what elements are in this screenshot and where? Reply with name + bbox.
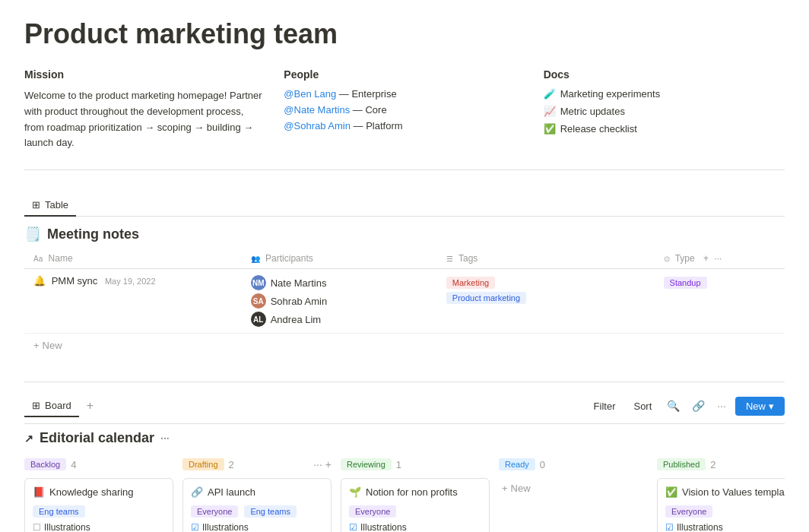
participant-name: Andrea Lim bbox=[271, 314, 321, 325]
doc-item: 🧪 Marketing experiments bbox=[544, 88, 785, 100]
status-backlog: Backlog bbox=[24, 458, 66, 470]
status-drafting: Drafting bbox=[182, 458, 224, 470]
doc-item: ✅ Release checklist bbox=[544, 123, 785, 135]
card-api-launch[interactable]: 🔗 API launch Everyone Eng teams ☑ Illust… bbox=[182, 478, 332, 532]
checklist-label: Illustrations bbox=[44, 522, 90, 532]
card-title-text: Knowledge sharing bbox=[49, 486, 134, 498]
table-tab-icon: ⊞ bbox=[32, 199, 40, 211]
docs-heading: Docs bbox=[544, 68, 785, 81]
card-title-text: Notion for non profits bbox=[366, 486, 458, 498]
card-icon: 🔗 bbox=[191, 486, 203, 498]
board-title-label: Editorial calendar bbox=[40, 430, 154, 446]
tag-marketing[interactable]: Marketing bbox=[446, 277, 495, 289]
person-item: @Nate Martins — Core bbox=[284, 104, 525, 116]
doc-link-3[interactable]: Release checklist bbox=[560, 123, 637, 135]
new-button[interactable]: New ▾ bbox=[735, 397, 785, 416]
info-section: Mission Welcome to the product marketing… bbox=[24, 68, 785, 170]
filter-button[interactable]: Filter bbox=[588, 397, 622, 415]
card-tags: Everyone Eng teams bbox=[191, 504, 323, 519]
mention-2[interactable]: @Nate Martins bbox=[284, 104, 350, 116]
participant-item: AL Andrea Lim bbox=[251, 312, 428, 327]
card-tags: Everyone bbox=[665, 504, 785, 519]
card-checklist: ☐ Illustrations bbox=[33, 522, 165, 532]
kanban-col-published: Published 2 + ✅ Vision to Values templat… bbox=[657, 458, 785, 532]
card-title-text: API launch bbox=[208, 486, 255, 498]
link-button[interactable]: 🔗 bbox=[689, 397, 708, 415]
card-title: 📕 Knowledge sharing bbox=[33, 486, 165, 498]
card-icon: ✅ bbox=[665, 486, 677, 498]
tag-standup[interactable]: Standup bbox=[664, 277, 707, 289]
row-icon: 🔔 bbox=[33, 275, 46, 287]
board-tab-icon: ⊞ bbox=[32, 400, 40, 411]
board-actions: Filter Sort 🔍 🔗 ··· New ▾ bbox=[588, 397, 785, 416]
page-title: Product marketing team bbox=[24, 18, 785, 50]
participant-name: Sohrab Amin bbox=[271, 296, 327, 307]
board-tab[interactable]: ⊞ Board bbox=[24, 395, 79, 417]
col-header-reviewing: Reviewing 1 bbox=[341, 458, 490, 470]
doc-icon-3: ✅ bbox=[544, 123, 556, 135]
add-new-row[interactable]: + New bbox=[24, 334, 785, 357]
table-header-row: Aa Name 👥 Participants ☰ Tags ⊙ Type bbox=[24, 249, 785, 269]
tag-everyone[interactable]: Everyone bbox=[349, 505, 396, 518]
table-row[interactable]: 🔔 PMM sync May 19, 2022 NM Nate Martins … bbox=[24, 269, 785, 334]
card-tags: Eng teams bbox=[33, 504, 165, 519]
col-name-icon: Aa bbox=[33, 255, 43, 263]
tag-eng-teams[interactable]: Eng teams bbox=[33, 505, 85, 518]
add-icon: + bbox=[33, 340, 40, 351]
docs-col: Docs 🧪 Marketing experiments 📈 Metric up… bbox=[544, 68, 785, 151]
card-vision-values[interactable]: ✅ Vision to Values template Everyone ☑ I… bbox=[657, 478, 785, 532]
add-label: New bbox=[511, 483, 531, 494]
doc-link-2[interactable]: Metric updates bbox=[560, 106, 625, 117]
mission-text: Welcome to the product marketing homepag… bbox=[24, 88, 265, 151]
role-3: Platform bbox=[366, 120, 402, 131]
col-header-drafting: Drafting 2 ··· + bbox=[182, 458, 332, 470]
col-dots-button[interactable]: ··· bbox=[313, 458, 322, 470]
card-tags: Everyone bbox=[349, 504, 481, 519]
plus-icon: + bbox=[502, 483, 508, 494]
person-item: @Sohrab Amin — Platform bbox=[284, 120, 525, 131]
col-add-icon[interactable]: + bbox=[703, 253, 709, 264]
board-section: ⊞ Board + Filter Sort 🔍 🔗 ··· New ▾ ↗ Ed… bbox=[24, 394, 785, 532]
participant-item: SA Sohrab Amin bbox=[251, 293, 428, 309]
add-tab-button[interactable]: + bbox=[82, 394, 98, 417]
checklist-label: Illustrations bbox=[360, 522, 407, 532]
card-notion-nonprofits[interactable]: 🌱 Notion for non profits Everyone ☑ Illu… bbox=[341, 478, 490, 532]
mention-3[interactable]: @Sohrab Amin bbox=[284, 120, 351, 131]
count-reviewing: 1 bbox=[396, 459, 401, 470]
col-header-participants: 👥 Participants bbox=[242, 249, 437, 269]
checklist-label: Illustrations bbox=[202, 522, 249, 532]
tag-everyone[interactable]: Everyone bbox=[191, 505, 238, 518]
participant-name: Nate Martins bbox=[271, 277, 327, 289]
col-add-button[interactable]: + bbox=[325, 458, 332, 470]
card-checklist: ☑ Illustrations bbox=[349, 522, 481, 532]
kanban-col-reviewing: Reviewing 1 🌱 Notion for non profits Eve… bbox=[341, 458, 490, 532]
more-options-button[interactable]: ··· bbox=[714, 397, 729, 415]
new-label: New bbox=[746, 401, 766, 412]
tag-everyone[interactable]: Everyone bbox=[665, 505, 712, 518]
card-knowledge-sharing[interactable]: 📕 Knowledge sharing Eng teams ☐ Illustra… bbox=[24, 478, 173, 532]
people-col: People @Ben Lang — Enterprise @Nate Mart… bbox=[284, 68, 525, 151]
role-2: Core bbox=[365, 104, 386, 116]
add-card-ready[interactable]: + New bbox=[499, 478, 648, 499]
search-button[interactable]: 🔍 bbox=[664, 397, 683, 415]
col-header-published: Published 2 + bbox=[657, 458, 785, 470]
people-heading: People bbox=[284, 68, 525, 81]
card-title-text: Vision to Values template bbox=[682, 486, 785, 498]
person-item: @Ben Lang — Enterprise bbox=[284, 88, 525, 100]
board-title-dots[interactable]: ··· bbox=[160, 432, 170, 445]
arrow-icon: ↗ bbox=[24, 432, 33, 445]
board-title: ↗ Editorial calendar ··· bbox=[24, 430, 785, 446]
avatar-nate: NM bbox=[251, 275, 266, 290]
tag-product-marketing[interactable]: Product marketing bbox=[446, 292, 526, 304]
doc-link-1[interactable]: Marketing experiments bbox=[560, 88, 661, 100]
count-ready: 0 bbox=[540, 459, 545, 470]
meeting-notes-label: Meeting notes bbox=[47, 226, 139, 242]
tag-eng-teams[interactable]: Eng teams bbox=[244, 505, 297, 518]
table-tab[interactable]: ⊞ Table bbox=[24, 195, 76, 217]
people-list: @Ben Lang — Enterprise @Nate Martins — C… bbox=[284, 88, 525, 131]
col-options-icon[interactable]: ··· bbox=[714, 253, 722, 264]
docs-list: 🧪 Marketing experiments 📈 Metric updates… bbox=[544, 88, 785, 135]
sort-button[interactable]: Sort bbox=[627, 397, 658, 415]
col-header-ready: Ready 0 bbox=[499, 458, 648, 470]
mention-1[interactable]: @Ben Lang bbox=[284, 88, 336, 100]
